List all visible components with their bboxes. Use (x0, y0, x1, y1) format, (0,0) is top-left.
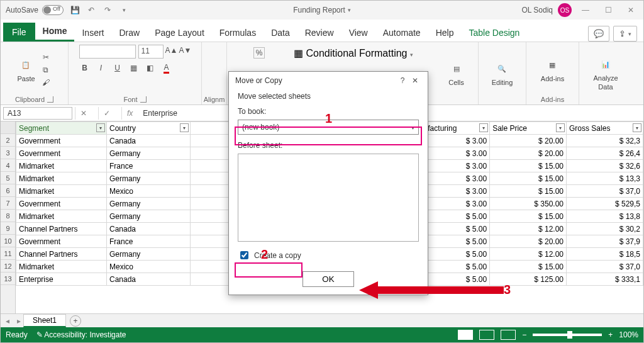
undo-icon[interactable]: ↶ (86, 5, 96, 15)
tab-help[interactable]: Help (428, 24, 462, 42)
row-header[interactable]: 8 (1, 210, 15, 222)
cell[interactable] (190, 185, 231, 198)
cell[interactable]: $ 37,0 (567, 261, 643, 273)
row-header[interactable]: 9 (1, 222, 15, 235)
cell[interactable]: $ 20.00 (490, 135, 567, 147)
cell[interactable] (190, 273, 231, 286)
fx-icon[interactable]: fx (121, 107, 138, 120)
sheet-nav-prev-icon[interactable]: ◂ (1, 317, 14, 325)
paste-button[interactable]: 📋 Paste (17, 57, 35, 82)
cell[interactable]: Government (16, 235, 107, 248)
cell[interactable]: Government (16, 198, 107, 210)
cell[interactable] (190, 198, 231, 210)
column-header[interactable]: Country▾ (107, 122, 191, 135)
percent-icon[interactable]: % (253, 47, 265, 59)
cell[interactable]: $ 30,2 (567, 223, 643, 235)
row-header[interactable]: 2 (1, 134, 15, 147)
cell[interactable] (190, 223, 231, 235)
cell[interactable]: $ 15.00 (490, 210, 567, 223)
cell[interactable]: Midmarket (16, 160, 107, 172)
cell[interactable]: Midmarket (16, 261, 107, 273)
zoom-level[interactable]: 100% (619, 330, 638, 339)
cell[interactable]: Germany (107, 172, 191, 185)
qat-dropdown-icon[interactable]: ▾ (119, 5, 129, 15)
filter-icon[interactable]: ▾ (479, 123, 488, 132)
cell[interactable] (190, 135, 231, 147)
cell[interactable]: Channel Partners (16, 223, 107, 235)
cell[interactable] (190, 210, 231, 223)
zoom-slider[interactable] (533, 334, 602, 336)
row-header[interactable]: 6 (1, 184, 15, 197)
before-sheet-list[interactable] (238, 154, 419, 242)
cell[interactable]: $ 20.00 (490, 235, 567, 248)
font-size-select[interactable]: 11 (138, 45, 164, 59)
cut-icon[interactable]: ✂ (40, 52, 52, 63)
cell[interactable]: $ 13,3 (567, 172, 643, 185)
tab-file[interactable]: File (3, 23, 35, 42)
redo-icon[interactable]: ↷ (103, 5, 113, 15)
decrease-font-icon[interactable]: A▼ (180, 45, 191, 56)
view-break-icon[interactable] (501, 330, 516, 340)
font-color-icon[interactable]: A (161, 62, 172, 74)
row-header[interactable]: 10 (1, 235, 15, 247)
tab-home[interactable]: Home (35, 22, 75, 42)
column-header[interactable]: Sale Price▾ (490, 122, 567, 135)
row-header[interactable]: 11 (1, 247, 15, 260)
cell[interactable] (190, 147, 231, 160)
row-header[interactable]: 7 (1, 197, 15, 210)
cell[interactable] (190, 235, 231, 248)
cell[interactable]: Canada (107, 273, 191, 286)
dialog-help-icon[interactable]: ? (396, 76, 409, 85)
filter-icon[interactable]: ▾ (633, 123, 641, 132)
user-avatar[interactable]: OS (558, 3, 572, 17)
column-header[interactable]: Segment▾ (16, 122, 107, 135)
editing-button[interactable]: 🔍Editing (492, 61, 513, 86)
cell[interactable]: Germany (107, 210, 191, 223)
cell[interactable] (190, 248, 231, 261)
share-button[interactable]: ⇪ ▾ (613, 26, 637, 42)
add-sheet-button[interactable]: + (70, 315, 81, 327)
tab-insert[interactable]: Insert (74, 24, 111, 42)
cell[interactable]: Mexico (107, 185, 191, 198)
name-box[interactable]: A13 (3, 107, 72, 120)
cells-button[interactable]: ▤Cells (448, 61, 465, 86)
conditional-formatting-button[interactable]: ▦ Conditional Formatting ▾ (294, 47, 413, 59)
filter-icon[interactable]: ▾ (96, 123, 105, 132)
increase-font-icon[interactable]: A▲ (166, 45, 177, 56)
sheet-nav-next-icon[interactable]: ▸ (14, 317, 23, 325)
enter-fx-icon[interactable]: ✓ (98, 107, 115, 120)
status-accessibility[interactable]: ✎ Accessibility: Investigate (36, 330, 126, 339)
copy-icon[interactable]: ⧉ (40, 64, 52, 76)
view-normal-icon[interactable] (458, 330, 473, 340)
sheet-tab[interactable]: Sheet1 (23, 314, 66, 327)
cell[interactable]: $ 13,8 (567, 210, 643, 223)
cell[interactable]: $ 350.00 (490, 198, 567, 210)
zoom-in-icon[interactable]: + (608, 330, 613, 339)
tab-page-layout[interactable]: Page Layout (147, 24, 212, 42)
cell[interactable]: Government (16, 147, 107, 160)
maximize-icon[interactable]: ☐ (599, 3, 617, 17)
cell[interactable]: Mexico (107, 261, 191, 273)
font-name-select[interactable] (79, 45, 136, 59)
cell[interactable]: Canada (107, 135, 191, 147)
ok-button[interactable]: OK (303, 271, 353, 287)
filter-icon[interactable]: ▾ (180, 123, 189, 132)
formula-value[interactable]: Enterprise (138, 109, 177, 118)
cell[interactable]: $ 32,3 (567, 135, 643, 147)
addins-button[interactable]: ▦Add-ins (541, 57, 564, 82)
row-header[interactable]: 13 (1, 273, 15, 285)
cancel-fx-icon[interactable]: ✕ (75, 107, 92, 120)
font-launcher-icon[interactable] (140, 96, 147, 103)
cell[interactable]: $ 37,0 (567, 185, 643, 198)
cell[interactable]: $ 15.00 (490, 261, 567, 273)
cell[interactable]: Midmarket (16, 172, 107, 185)
cell[interactable]: Midmarket (16, 210, 107, 223)
cell[interactable]: $ 12.00 (490, 223, 567, 235)
cell[interactable]: $ 32,6 (567, 160, 643, 172)
cell[interactable]: Government (16, 135, 107, 147)
row-header[interactable]: 5 (1, 172, 15, 184)
italic-icon[interactable]: I (96, 62, 107, 74)
format-painter-icon[interactable]: 🖌 (40, 77, 52, 88)
cell[interactable]: $ 125.00 (490, 273, 567, 286)
row-header[interactable]: 3 (1, 147, 15, 159)
